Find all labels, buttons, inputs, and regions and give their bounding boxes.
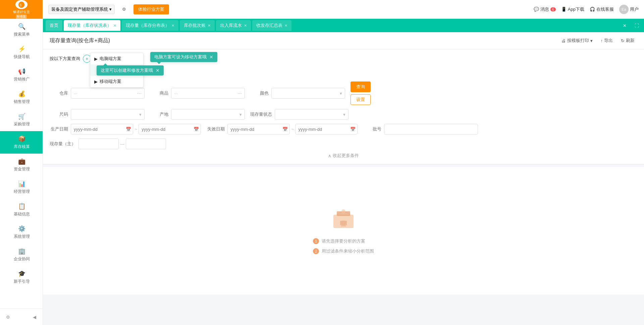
collapse-btn[interactable]: ∧ 收起更多条件: [328, 153, 359, 159]
header-settings-btn[interactable]: ⚙: [119, 4, 129, 15]
color-select[interactable]: ▾: [271, 88, 345, 99]
goods-placeholder: ···: [174, 91, 178, 96]
app-download-btn[interactable]: 📱 App下载: [561, 6, 584, 12]
stock-qty-max-input[interactable]: [126, 139, 166, 149]
search-button-area: 查询 设置: [351, 82, 371, 105]
tab-home[interactable]: 首页: [46, 20, 62, 31]
sidebar-item-marketing[interactable]: 📢 营销推广: [0, 64, 43, 86]
stock-qty-min-input[interactable]: [78, 139, 119, 149]
step-2-num: 2: [313, 248, 319, 254]
sidebar-item-guide[interactable]: 🎓 新手引导: [0, 266, 43, 288]
message-btn[interactable]: 💬 消息 6: [534, 6, 556, 12]
tab-stock-status[interactable]: 现存量（库存状况表） ✕: [64, 20, 120, 31]
prod-date-range: 📅 ~ 📅: [71, 124, 201, 134]
batch-field: 批号: [363, 124, 478, 134]
schema-item-pc[interactable]: ▶ 电脑端方案: [90, 53, 143, 64]
sidebar-item-sales[interactable]: 💰 销售管理: [0, 86, 43, 109]
tab-recv-summary-close[interactable]: ✕: [284, 23, 287, 28]
enterprise-icon: 🏢: [18, 248, 25, 255]
prod-date-label: 生产日期: [50, 126, 68, 132]
user-label: 用户: [630, 6, 639, 12]
prod-date-start-wrapper: 📅: [71, 124, 133, 134]
tab-stock-status-close[interactable]: ✕: [113, 23, 116, 28]
stock-status-expand-icon: ▾: [343, 112, 345, 117]
collapse-sidebar-btn[interactable]: ◀: [30, 312, 39, 322]
origin-select[interactable]: ▾: [171, 109, 245, 120]
tab-stock-dist[interactable]: 现存量（库存分布表） ✕: [122, 20, 178, 31]
tab-stock-batch-close[interactable]: ✕: [208, 23, 211, 28]
industry-plan-button[interactable]: 体验行业方案: [133, 4, 169, 14]
prod-date-start-input[interactable]: [71, 124, 133, 134]
reset-button[interactable]: 设置: [351, 94, 371, 105]
tooltip2-close[interactable]: ✕: [156, 68, 160, 73]
empty-step-2: 2 用过滤条件来缩小分析范围: [313, 247, 374, 256]
system-name-selector[interactable]: 装备及固定资产辅助管理系统 ▾: [48, 5, 115, 14]
tab-stock-flow[interactable]: 出入库流水 ✕: [216, 20, 251, 31]
tab-stock-status-label: 现存量（库存状况表）: [68, 22, 111, 29]
batch-input[interactable]: [384, 124, 478, 134]
sidebar-item-purchase[interactable]: 🛒 采购管理: [0, 109, 43, 131]
schema-item-mobile[interactable]: ▶ 移动端方案: [90, 76, 143, 87]
sidebar: 6 畅通好生意 标准版 🔍 搜索菜单 ⚡ 快捷导航 📢 营销推广 💰 销售管理 …: [0, 0, 43, 325]
tabs-bar: 首页 现存量（库存状况表） ✕ 现存量（库存分布表） ✕ 库存批次账 ✕ 出入库…: [43, 19, 644, 32]
settings-footer-btn[interactable]: ⚙: [3, 312, 13, 322]
stock-sep: —: [120, 142, 124, 147]
color-label: 颜色: [250, 90, 269, 96]
tab-recv-summary[interactable]: 收发存汇总表 ✕: [252, 20, 291, 31]
tab-close-all-btn[interactable]: ✕: [620, 21, 629, 30]
stock-status-select[interactable]: ▾: [275, 109, 348, 120]
warehouse-field: 仓库 ··· ⋯: [50, 88, 145, 99]
sidebar-item-quick-nav[interactable]: ⚡ 快捷导航: [0, 41, 43, 64]
tab-stock-flow-close[interactable]: ✕: [244, 23, 247, 28]
filter-label: 按以下方案查询: [50, 56, 80, 62]
expire-date-end-input[interactable]: [295, 124, 358, 134]
step-2-text: 用过滤条件来缩小分析范围: [322, 247, 374, 256]
operations-icon: 📊: [18, 180, 25, 187]
user-menu-btn[interactable]: Ea 用户: [619, 5, 639, 14]
goods-select[interactable]: ··· ⋯: [171, 88, 245, 99]
tab-stock-batch-label: 库存批次账: [184, 22, 206, 29]
sidebar-footer: ⚙ ◀: [0, 309, 43, 325]
search-menu-icon: 🔍: [18, 23, 25, 30]
online-support-btn[interactable]: 🎧 在线客服: [590, 6, 614, 12]
refresh-btn[interactable]: ↻ 刷新: [618, 36, 637, 45]
prod-date-end-wrapper: 📅: [139, 124, 201, 134]
tooltip1-close[interactable]: ✕: [209, 54, 213, 60]
sidebar-item-search-menu[interactable]: 🔍 搜索菜单: [0, 19, 43, 41]
expire-date-field: 失效日期 📅 ~ 📅: [206, 124, 358, 134]
sidebar-item-inventory[interactable]: 📦 库存核算: [0, 131, 43, 154]
color-expand-icon: ▾: [340, 91, 342, 96]
logo-icon: 6: [15, 0, 28, 9]
collapse-up-icon: ∧: [328, 153, 331, 158]
refresh-icon: ↻: [621, 38, 625, 43]
svg-rect-7: [341, 225, 346, 227]
header: 装备及固定资产辅助管理系统 ▾ ⚙ 体验行业方案 💬 消息 6 📱 App下载 …: [43, 0, 644, 19]
filter-row-4: 现存量（主） —: [50, 139, 637, 149]
prod-date-end-input[interactable]: [139, 124, 201, 134]
page-header: 现存量查询(按仓库+商品) 🖨 按模板打印 ▾ ↑ 导出 ↻ 刷新: [43, 32, 644, 49]
color-field: 颜色 ▾: [250, 88, 345, 99]
print-template-btn[interactable]: 🖨 按模板打印 ▾: [559, 36, 595, 45]
svg-point-6: [341, 209, 345, 213]
warehouse-select[interactable]: ··· ⋯: [71, 88, 145, 99]
sidebar-item-system[interactable]: ⚙️ 系统管理: [0, 221, 43, 243]
step-1-num: 1: [313, 238, 319, 244]
expire-date-start-input[interactable]: [227, 124, 290, 134]
sidebar-item-basic-info[interactable]: 📋 基础信息: [0, 199, 43, 221]
size-select[interactable]: ▾: [71, 109, 145, 120]
sidebar-item-finance[interactable]: 💼 资金管理: [0, 154, 43, 176]
calendar-icon-prod-end: 📅: [194, 127, 199, 132]
export-btn[interactable]: ↑ 导出: [598, 36, 616, 45]
tab-expand-btn[interactable]: ⛶: [632, 21, 641, 30]
filter-area: 按以下方案查询 + ✎ « ▶ 电脑端方案 按照品: [43, 49, 644, 164]
system-name-text: 装备及固定资产辅助管理系统: [51, 6, 108, 12]
sidebar-item-operations[interactable]: 📊 经营管理: [0, 176, 43, 199]
calendar-icon-prod-start: 📅: [126, 127, 131, 132]
tabs-controls: ✕ ⛶: [620, 21, 641, 30]
tab-stock-batch[interactable]: 库存批次账 ✕: [180, 20, 215, 31]
expire-date-range: 📅 ~ 📅: [227, 124, 358, 134]
search-button[interactable]: 查询: [351, 82, 371, 92]
sidebar-item-enterprise[interactable]: 🏢 企业协同: [0, 243, 43, 266]
tab-stock-flow-label: 出入库流水: [220, 22, 242, 29]
tab-stock-dist-close[interactable]: ✕: [171, 23, 174, 28]
